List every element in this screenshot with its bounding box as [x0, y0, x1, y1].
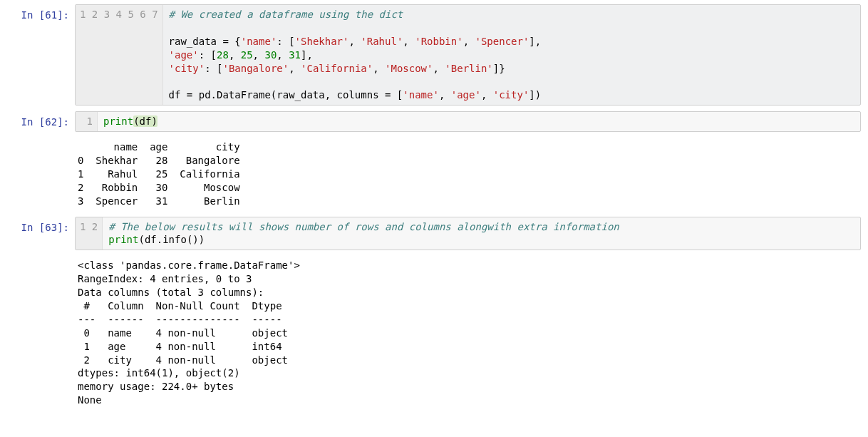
input-prompt: In [61]: — [7, 4, 75, 22]
line-number-gutter: 1 — [76, 112, 98, 131]
code-editor[interactable]: # The below results will shows number of… — [103, 217, 860, 250]
code-cell: In [61]: 1 2 3 4 5 6 7 # We created a da… — [7, 4, 861, 106]
code-input-area[interactable]: 1 2 3 4 5 6 7 # We created a dataframe u… — [75, 4, 861, 106]
code-editor[interactable]: # We created a dataframe using the dict … — [163, 5, 860, 105]
line-number-gutter: 1 2 — [76, 217, 103, 250]
output-cell: <class 'pandas.core.frame.DataFrame'> Ra… — [7, 256, 861, 410]
input-prompt: In [63]: — [7, 217, 75, 235]
output-cell: name age city 0 Shekhar 28 Bangalore 1 R… — [7, 138, 861, 210]
output-prompt — [7, 138, 75, 142]
code-input-area[interactable]: 1 print(df) — [75, 111, 861, 132]
code-input-area[interactable]: 1 2 # The below results will shows numbe… — [75, 217, 861, 251]
code-editor[interactable]: print(df) — [98, 112, 860, 131]
code-cell: In [62]: 1 print(df) — [7, 111, 861, 132]
code-cell: In [63]: 1 2 # The below results will sh… — [7, 217, 861, 251]
stdout-output: <class 'pandas.core.frame.DataFrame'> Ra… — [75, 256, 861, 410]
jupyter-notebook: In [61]: 1 2 3 4 5 6 7 # We created a da… — [0, 0, 868, 420]
line-number-gutter: 1 2 3 4 5 6 7 — [76, 5, 163, 105]
output-prompt — [7, 256, 75, 260]
input-prompt: In [62]: — [7, 111, 75, 129]
stdout-output: name age city 0 Shekhar 28 Bangalore 1 R… — [75, 138, 861, 210]
